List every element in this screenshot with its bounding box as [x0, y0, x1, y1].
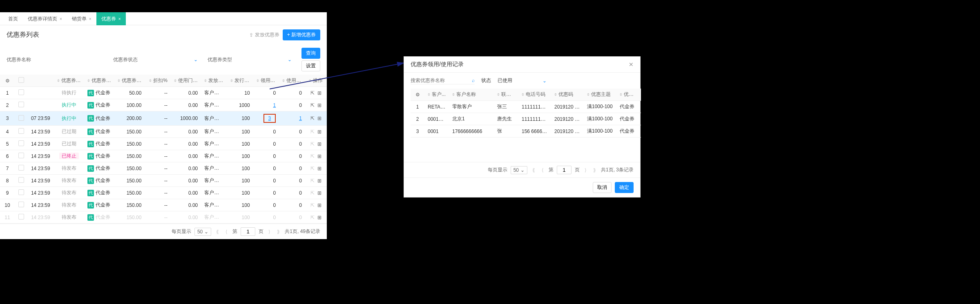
- search-button[interactable]: 查询: [301, 48, 320, 59]
- gear-icon[interactable]: ⚙: [415, 92, 420, 98]
- col-header[interactable]: 领用数量: [253, 75, 279, 87]
- used-count-link[interactable]: 1: [299, 115, 302, 121]
- qr-icon[interactable]: ⊞: [317, 141, 321, 147]
- export-icon[interactable]: ⇱: [310, 178, 315, 184]
- table-row[interactable]: 614 23:59已终止代代金券150.00--0.00客户领取10000⇱ ⊞: [0, 150, 327, 162]
- col-header[interactable]: ⚙: [0, 75, 15, 87]
- gear-icon[interactable]: ⚙: [5, 78, 10, 84]
- select-all-checkbox[interactable]: [18, 77, 24, 83]
- filter-type-select[interactable]: ⌄: [235, 57, 292, 62]
- last-page-icon[interactable]: ⟫: [275, 229, 281, 235]
- page-input[interactable]: [241, 227, 255, 236]
- export-icon[interactable]: ⇱: [310, 141, 315, 147]
- add-coupon-button[interactable]: + 新增优惠券: [283, 29, 320, 40]
- export-icon[interactable]: ⇱: [310, 115, 315, 121]
- table-row[interactable]: 307 23:59执行中代代金券200.00--1000.00客户领取10031…: [0, 111, 327, 126]
- col-header[interactable]: 折扣%: [145, 75, 171, 87]
- taken-count-link[interactable]: 3: [268, 115, 271, 121]
- export-icon[interactable]: ⇱: [310, 190, 315, 196]
- export-icon[interactable]: ⇱: [310, 153, 315, 159]
- col-header[interactable]: [28, 75, 54, 87]
- col-header[interactable]: [15, 75, 28, 87]
- modal-search-input[interactable]: [411, 78, 472, 83]
- export-icon[interactable]: ⇱: [310, 166, 315, 171]
- modal-status-select[interactable]: 已使用 ⌄: [498, 77, 547, 84]
- table-row[interactable]: 200010001北京1唐先生111111111112019120 70...满…: [411, 113, 641, 125]
- qr-icon[interactable]: ⊞: [317, 90, 321, 96]
- prev-page-icon[interactable]: ⟨: [224, 229, 229, 235]
- table-row[interactable]: 2执行中代代金券100.00--0.00客户领取100010⇱ ⊞: [0, 99, 327, 111]
- qr-icon[interactable]: ⊞: [317, 202, 321, 208]
- col-header[interactable]: 优惠主题: [584, 89, 616, 101]
- col-header[interactable]: 优惠码: [551, 89, 584, 101]
- tab-0[interactable]: 首页: [3, 12, 23, 25]
- last-page-icon[interactable]: ⟫: [592, 167, 598, 173]
- cancel-button[interactable]: 取消: [593, 182, 612, 193]
- row-checkbox[interactable]: [18, 202, 24, 207]
- export-icon[interactable]: ⇱: [310, 102, 315, 108]
- row-checkbox[interactable]: [18, 89, 24, 95]
- modal-per-page-select[interactable]: 50⌄: [511, 166, 527, 174]
- row-checkbox[interactable]: [18, 165, 24, 171]
- taken-count-link[interactable]: 1: [273, 102, 276, 108]
- settings-button[interactable]: 设置: [301, 60, 320, 71]
- col-header[interactable]: 发行数量: [227, 75, 253, 87]
- row-checkbox[interactable]: [18, 115, 24, 121]
- table-row[interactable]: 1114 23:59待发布代代金券150.00--0.00客户领取10000⇱ …: [0, 211, 327, 224]
- col-header[interactable]: 客户名称: [449, 89, 494, 101]
- col-header[interactable]: 优惠券面值: [114, 75, 145, 87]
- tab-3[interactable]: 优惠券×: [96, 12, 126, 25]
- export-icon[interactable]: ⇱: [310, 202, 315, 208]
- col-header[interactable]: ⚙: [411, 89, 424, 101]
- row-checkbox[interactable]: [18, 214, 24, 220]
- close-icon[interactable]: ✕: [629, 61, 634, 68]
- table-row[interactable]: 514 23:59已过期代代金券150.00--0.00客户领取10000⇱ ⊞: [0, 138, 327, 150]
- table-row[interactable]: 414 23:59已过期代代金券150.00--0.00客户领取10000⇱ ⊞: [0, 126, 327, 138]
- col-header[interactable]: 使用数量: [279, 75, 305, 87]
- row-checkbox[interactable]: [18, 177, 24, 183]
- filter-status-select[interactable]: ⌄: [141, 57, 198, 62]
- table-row[interactable]: 3000117666666666张156 6666 6...2019120 70…: [411, 125, 641, 138]
- next-page-icon[interactable]: ⟩: [267, 229, 272, 235]
- export-icon[interactable]: ⇱: [310, 90, 315, 96]
- row-checkbox[interactable]: [18, 102, 24, 107]
- modal-page-input[interactable]: [557, 166, 571, 174]
- row-checkbox[interactable]: [18, 153, 24, 158]
- qr-icon[interactable]: ⊞: [317, 190, 321, 196]
- qr-icon[interactable]: ⊞: [317, 215, 321, 220]
- per-page-select[interactable]: 50⌄: [194, 228, 211, 236]
- table-row[interactable]: 914 23:59待发布代代金券150.00--0.00客户领取10000⇱ ⊞: [0, 187, 327, 199]
- col-header[interactable]: 操作: [305, 75, 327, 87]
- table-row[interactable]: 1RETAIL...零散客户张三111111111112019120 70...…: [411, 101, 641, 113]
- distribute-coupon-link[interactable]: ⇪ 发放优惠券: [249, 31, 279, 38]
- qr-icon[interactable]: ⊞: [317, 129, 321, 135]
- col-header[interactable]: 联系人: [494, 89, 518, 101]
- close-icon[interactable]: ×: [89, 17, 92, 21]
- export-icon[interactable]: ⇱: [310, 215, 315, 220]
- col-header[interactable]: 优惠券状态: [54, 75, 84, 87]
- col-header[interactable]: 优惠券类型: [84, 75, 114, 87]
- first-page-icon[interactable]: ⟪: [214, 229, 221, 235]
- table-row[interactable]: 814 23:59待发布代代金券150.00--0.00客户领取10000⇱ ⊞: [0, 175, 327, 187]
- export-icon[interactable]: ⇱: [310, 129, 315, 135]
- qr-icon[interactable]: ⊞: [317, 102, 321, 108]
- filter-name-input[interactable]: [34, 55, 103, 64]
- col-header[interactable]: 使用门槛...: [171, 75, 201, 87]
- qr-icon[interactable]: ⊞: [317, 153, 321, 159]
- qr-icon[interactable]: ⊞: [317, 166, 321, 171]
- tab-2[interactable]: 销货单×: [67, 12, 96, 25]
- table-row[interactable]: 714 23:59待发布代代金券150.00--0.00客户领取10000⇱ ⊞: [0, 162, 327, 175]
- qr-icon[interactable]: ⊞: [317, 178, 321, 184]
- qr-icon[interactable]: ⊞: [317, 115, 321, 121]
- confirm-button[interactable]: 确定: [615, 182, 634, 193]
- close-icon[interactable]: ×: [60, 17, 62, 21]
- row-checkbox[interactable]: [18, 140, 24, 146]
- row-checkbox[interactable]: [18, 189, 24, 195]
- next-page-icon[interactable]: ⟩: [583, 167, 588, 173]
- prev-page-icon[interactable]: ⟨: [540, 167, 545, 173]
- tab-1[interactable]: 优惠券详情页×: [23, 12, 67, 25]
- modal-search-box[interactable]: ⌕: [411, 77, 475, 84]
- first-page-icon[interactable]: ⟪: [531, 167, 537, 173]
- col-header[interactable]: 客户...: [424, 89, 449, 101]
- row-checkbox[interactable]: [18, 128, 24, 134]
